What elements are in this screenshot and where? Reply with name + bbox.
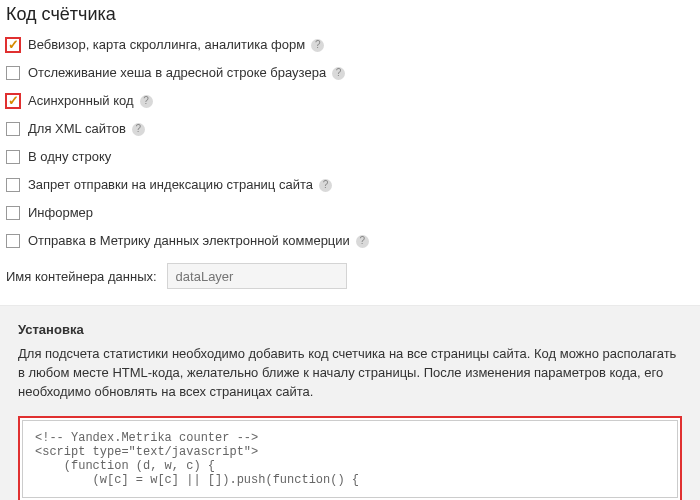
install-text: Для подсчета статистики необходимо добав… (18, 345, 682, 402)
option-row: Запрет отправки на индексацию страниц са… (6, 173, 700, 201)
help-icon[interactable]: ? (140, 95, 153, 108)
option-label: Информер (28, 205, 93, 221)
options-list: Вебвизор, карта скроллинга, аналитика фо… (0, 33, 700, 305)
option-row: Информер (6, 201, 700, 229)
option-checkbox[interactable] (6, 66, 20, 80)
help-icon[interactable]: ? (319, 179, 332, 192)
option-checkbox[interactable] (6, 150, 20, 164)
option-row: Отправка в Метрику данных электронной ко… (6, 229, 700, 257)
option-row: Для XML сайтов? (6, 117, 700, 145)
container-label: Имя контейнера данных: (6, 269, 157, 284)
option-label: Вебвизор, карта скроллинга, аналитика фо… (28, 37, 305, 53)
option-checkbox[interactable] (6, 206, 20, 220)
option-label: Для XML сайтов (28, 121, 126, 137)
code-highlight-frame (18, 416, 682, 500)
option-label: В одну строку (28, 149, 111, 165)
option-row: В одну строку (6, 145, 700, 173)
option-label: Асинхронный код (28, 93, 134, 109)
option-row: Вебвизор, карта скроллинга, аналитика фо… (6, 33, 700, 61)
help-icon[interactable]: ? (332, 67, 345, 80)
section-title: Код счётчика (0, 0, 700, 33)
help-icon[interactable]: ? (132, 123, 145, 136)
container-row: Имя контейнера данных: (6, 257, 700, 297)
option-checkbox[interactable] (6, 38, 20, 52)
install-block: Установка Для подсчета статистики необхо… (0, 305, 700, 500)
counter-code-textarea[interactable] (22, 420, 678, 498)
option-row: Асинхронный код? (6, 89, 700, 117)
option-label: Запрет отправки на индексацию страниц са… (28, 177, 313, 193)
option-checkbox[interactable] (6, 94, 20, 108)
install-title: Установка (18, 322, 682, 337)
option-label: Отправка в Метрику данных электронной ко… (28, 233, 350, 249)
option-checkbox[interactable] (6, 234, 20, 248)
option-checkbox[interactable] (6, 178, 20, 192)
option-row: Отслеживание хеша в адресной строке брау… (6, 61, 700, 89)
container-name-input[interactable] (167, 263, 347, 289)
help-icon[interactable]: ? (356, 235, 369, 248)
help-icon[interactable]: ? (311, 39, 324, 52)
option-label: Отслеживание хеша в адресной строке брау… (28, 65, 326, 81)
option-checkbox[interactable] (6, 122, 20, 136)
